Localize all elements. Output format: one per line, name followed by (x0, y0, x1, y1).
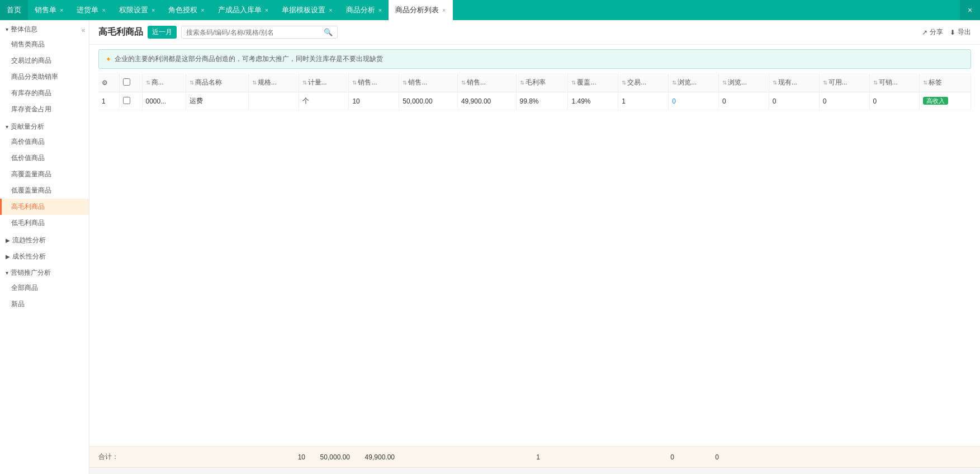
cell-views2: 0 (719, 92, 769, 110)
main-layout: « ▾ 整体信息 销售类商品 交易过的商品 商品分类助销率 有库存的商品 库存资… (0, 20, 980, 474)
totals-current-stock: 0 (633, 453, 678, 461)
content-header: 高毛利商品 近一月 🔍 ↗ 分享 ⬇ 导出 (89, 20, 980, 45)
cell-gross-margin: 99.8% (516, 92, 568, 110)
col-code[interactable]: ⇅商... (142, 73, 186, 92)
cell-code: 0000... (142, 92, 186, 110)
close-tab-product-analysis-list[interactable]: × (442, 7, 446, 13)
col-spec[interactable]: ⇅规格... (248, 73, 299, 92)
content-area: 高毛利商品 近一月 🔍 ↗ 分享 ⬇ 导出 ✦ 企业的主要的利润都是这部分商品创… (89, 20, 980, 474)
header-actions: ↗ 分享 ⬇ 导出 (922, 27, 971, 37)
totals-sales-qty: 10 (264, 453, 309, 461)
table-container: ⚙ ⇅商... ⇅商品名称 ⇅规格... ⇅计量... ⇅销售... ⇅销售..… (89, 73, 980, 446)
cell-saleable: 0 (869, 92, 920, 110)
tab-product-analysis-list[interactable]: 商品分析列表 × (389, 0, 452, 20)
sidebar-group-overall[interactable]: ▾ 整体信息 (0, 20, 89, 36)
sidebar-item-high-value[interactable]: 高价值商品 (0, 134, 89, 150)
col-available-stock[interactable]: ⇅可用... (819, 73, 869, 92)
close-tab-product-inbound[interactable]: × (265, 7, 268, 13)
tab-sales[interactable]: 销售单 × (28, 0, 70, 20)
totals-sales-amount: 50,000.00 (309, 453, 353, 461)
arrow-growth: ▶ (6, 254, 10, 260)
col-tag[interactable]: ⇅标签 (920, 73, 971, 92)
col-gross-margin[interactable]: ⇅毛利率 (516, 73, 568, 92)
sidebar-group-growth[interactable]: ▶ 成长性分析 (0, 247, 89, 264)
col-sales-profit[interactable]: ⇅销售... (457, 73, 516, 92)
tab-template-settings[interactable]: 单据模板设置 × (275, 0, 339, 20)
col-sales-qty[interactable]: ⇅销售... (349, 73, 399, 92)
close-all-tabs[interactable]: × (960, 0, 980, 20)
tab-roles[interactable]: 角色授权 × (162, 0, 211, 20)
cell-sales-amount: 50,000.00 (399, 92, 458, 110)
cell-views1: 0 (669, 92, 719, 110)
col-saleable[interactable]: ⇅可销... (869, 73, 920, 92)
col-current-stock[interactable]: ⇅现有... (769, 73, 819, 92)
sidebar-item-sales-products[interactable]: 销售类商品 (0, 36, 89, 53)
col-transaction[interactable]: ⇅交易... (618, 73, 669, 92)
search-icon[interactable]: 🔍 (324, 28, 333, 36)
sidebar-item-traded-products[interactable]: 交易过的商品 (0, 53, 89, 69)
search-box: 🔍 (181, 26, 338, 39)
col-checkbox (119, 73, 142, 92)
col-views1[interactable]: ⇅浏览... (669, 73, 719, 92)
views1-link[interactable]: 0 (672, 97, 676, 105)
close-tab-product-analysis[interactable]: × (378, 7, 382, 13)
sidebar-group-trend[interactable]: ▶ 流趋性分析 (0, 231, 89, 247)
arrow-contribution: ▾ (6, 124, 8, 130)
close-tab-sales[interactable]: × (60, 7, 63, 13)
info-banner: ✦ 企业的主要的利润都是这部分商品创造的，可考虑加大推广，同时关注库存是不要出现… (98, 49, 971, 69)
cell-seq: 1 (98, 92, 119, 110)
totals-label: 合计： (98, 452, 119, 462)
sidebar-item-low-coverage[interactable]: 低覆盖量商品 (0, 182, 89, 199)
export-icon: ⬇ (950, 29, 955, 36)
arrow-marketing: ▾ (6, 270, 8, 276)
tab-permissions[interactable]: 权限设置 × (112, 0, 162, 20)
col-views2[interactable]: ⇅浏览... (719, 73, 769, 92)
tab-purchase[interactable]: 进货单 × (70, 0, 112, 20)
export-button[interactable]: ⬇ 导出 (950, 27, 971, 37)
time-filter-button[interactable]: 近一月 (148, 26, 177, 39)
sidebar-item-category-assist-rate[interactable]: 商品分类助销率 (0, 69, 89, 85)
sidebar-group-contribution[interactable]: ▾ 贡献量分析 (0, 118, 89, 134)
sidebar-item-low-value[interactable]: 低价值商品 (0, 150, 89, 166)
totals-transaction: 1 (499, 453, 543, 461)
col-unit[interactable]: ⇅计量... (299, 73, 349, 92)
table-header-row: ⚙ ⇅商... ⇅商品名称 ⇅规格... ⇅计量... ⇅销售... ⇅销售..… (98, 73, 971, 92)
sidebar-group-marketing[interactable]: ▾ 营销推广分析 (0, 264, 89, 280)
search-input[interactable] (186, 29, 324, 36)
cell-transaction: 1 (618, 92, 669, 110)
sidebar-item-in-stock-products[interactable]: 有库存的商品 (0, 85, 89, 101)
arrow-trend: ▶ (6, 237, 10, 243)
col-settings[interactable]: ⚙ (98, 73, 119, 92)
close-tab-purchase[interactable]: × (102, 7, 105, 13)
page-title: 高毛利商品 (98, 26, 143, 38)
sidebar-item-stock-capital[interactable]: 库存资金占用 (0, 101, 89, 118)
row-checkbox[interactable] (123, 97, 130, 104)
cell-unit: 个 (299, 92, 349, 110)
sidebar-item-all-products[interactable]: 全部商品 (0, 280, 89, 296)
sidebar-collapse-button[interactable]: « (78, 25, 89, 36)
sidebar-item-low-margin[interactable]: 低毛利商品 (0, 215, 89, 231)
select-all-checkbox[interactable] (123, 78, 130, 86)
bottom-scrollbar[interactable] (89, 467, 980, 474)
col-coverage[interactable]: ⇅覆盖... (568, 73, 618, 92)
close-tab-permissions[interactable]: × (152, 7, 155, 13)
tab-home[interactable]: 首页 (0, 0, 28, 20)
close-tab-template-settings[interactable]: × (329, 7, 332, 13)
products-table: ⚙ ⇅商... ⇅商品名称 ⇅规格... ⇅计量... ⇅销售... ⇅销售..… (98, 73, 971, 110)
share-button[interactable]: ↗ 分享 (922, 27, 943, 37)
sidebar-item-high-coverage[interactable]: 高覆盖量商品 (0, 166, 89, 182)
arrow-overall: ▾ (6, 26, 8, 32)
sidebar-item-new-products[interactable]: 新品 (0, 296, 89, 312)
totals-sales-profit: 49,900.00 (353, 453, 398, 461)
col-name[interactable]: ⇅商品名称 (186, 73, 248, 92)
totals-bar: 合计： 10 50,000.00 49,900.00 1 0 0 (89, 446, 980, 467)
totals-available-stock: 0 (678, 453, 722, 461)
cell-tag: 高收入 (920, 92, 971, 110)
sidebar-item-high-margin[interactable]: 高毛利商品 (0, 199, 89, 215)
tab-product-inbound[interactable]: 产成品入库单 × (211, 0, 275, 20)
tab-product-analysis[interactable]: 商品分析 × (339, 0, 389, 20)
cell-coverage: 1.49% (568, 92, 618, 110)
table-row: 1 0000... 运费 个 10 50,000.00 49,900.00 99… (98, 92, 971, 110)
close-tab-roles[interactable]: × (201, 7, 204, 13)
col-sales-amount[interactable]: ⇅销售... (399, 73, 458, 92)
